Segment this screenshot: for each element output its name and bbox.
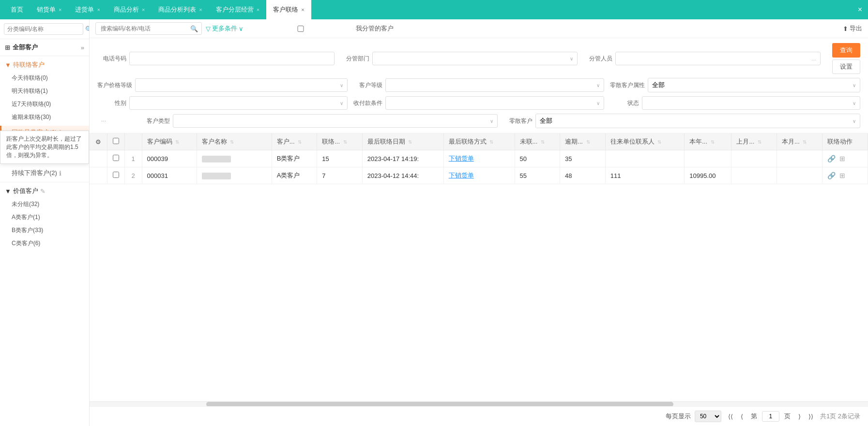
sort-icon-method[interactable]: ⇅	[489, 139, 493, 145]
payment-input[interactable]: ∨	[385, 96, 604, 110]
phone-input[interactable]	[129, 52, 335, 65]
nav-label-sales: 销货单	[37, 5, 56, 14]
my-customers-checkbox-label[interactable]: 我分管的客户	[247, 24, 394, 33]
retail-customer-input[interactable]: 全部 ∨	[535, 114, 860, 128]
filter-field-retail-customer: 零散客户 全部 ∨	[503, 114, 860, 128]
retail-attr-input[interactable]: 全部 ∨	[648, 78, 860, 92]
page-prev-btn[interactable]: ⟨	[738, 412, 746, 421]
nav-item-sales[interactable]: 销货单 ×	[30, 0, 68, 19]
customer-level-label: 客户等级	[353, 81, 382, 89]
search-input[interactable]	[95, 22, 202, 35]
td-last-method-1[interactable]: 下销货单	[443, 150, 515, 167]
nav-close-sales[interactable]: ×	[59, 7, 61, 13]
sidebar-group-waiting-title[interactable]: ▼ 待联络客户	[0, 58, 89, 72]
link-icon-2[interactable]: 🔗	[827, 172, 836, 179]
sidebar-value-group-header[interactable]: ▼ 价值客户 ✎	[0, 184, 89, 198]
nav-label-segmented: 客户分层经营	[216, 5, 254, 14]
sort-icon-last-month[interactable]: ⇅	[758, 139, 761, 145]
dept-input[interactable]: ∨	[372, 52, 578, 65]
customer-type-input[interactable]: ∨	[173, 114, 498, 128]
page-last-btn[interactable]: ⟩⟩	[806, 412, 816, 421]
sidebar-all-customers-header[interactable]: ⊞ 全部客户 »	[0, 39, 89, 56]
sort-icon-date[interactable]: ⇅	[408, 139, 412, 145]
manager-input[interactable]: …	[615, 52, 821, 65]
nav-item-segmented[interactable]: 客户分层经营 ×	[209, 0, 266, 19]
nav-close-segmented[interactable]: ×	[257, 7, 259, 13]
nav-close-contact[interactable]: ×	[301, 7, 304, 13]
status-label: 状态	[610, 99, 639, 107]
page-input[interactable]	[762, 411, 779, 422]
select-all-checkbox[interactable]	[113, 138, 119, 144]
sort-icon-this-month[interactable]: ⇅	[803, 139, 807, 145]
sidebar-item-class-b[interactable]: B类客户(33)	[0, 224, 89, 237]
page-first-btn[interactable]: ⟨⟨	[725, 412, 736, 421]
nav-close-purchase[interactable]: ×	[97, 7, 100, 13]
td-name-1	[197, 150, 272, 167]
sort-icon-not-contacted[interactable]: ⇅	[541, 139, 545, 145]
sidebar-item-overdue[interactable]: 逾期未联络(30)	[0, 111, 89, 124]
nav-item-home[interactable]: 首页	[4, 0, 30, 19]
more-conditions-btn[interactable]: ▽ 更多条件 ∨	[206, 24, 244, 33]
search-icon[interactable]: 🔍	[190, 25, 198, 32]
query-button[interactable]: 查询	[832, 43, 860, 58]
td-this-year-1	[685, 150, 731, 167]
page-next-btn[interactable]: ⟩	[795, 412, 804, 421]
filter-more-dots-btn[interactable]: ···	[101, 118, 106, 124]
nav-close-analysis-list[interactable]: ×	[199, 7, 202, 13]
chevron-down-icon: ∨	[239, 25, 244, 32]
sort-icon-overdue[interactable]: ⇅	[586, 139, 590, 145]
gear-icon[interactable]: ⚙	[95, 138, 101, 146]
grid-action-icon-1[interactable]: ⊞	[839, 155, 845, 162]
sort-icon-unit-contacts[interactable]: ⇅	[657, 139, 661, 145]
nav-close-analysis[interactable]: ×	[142, 7, 145, 13]
my-customers-checkbox[interactable]	[247, 26, 354, 32]
sort-icon-code[interactable]: ⇅	[175, 139, 179, 145]
sort-icon-name[interactable]: ⇅	[230, 139, 234, 145]
sidebar-collapse-icon[interactable]: »	[81, 44, 84, 51]
horizontal-scrollbar[interactable]	[90, 401, 868, 406]
link-icon-1[interactable]: 🔗	[827, 155, 836, 162]
export-btn[interactable]: ⬆ 导出	[843, 24, 862, 33]
customer-name-blurred-2	[202, 173, 231, 179]
td-last-month-1	[731, 150, 777, 167]
td-check-1	[107, 150, 124, 167]
sort-icon-level[interactable]: ⇅	[298, 139, 302, 145]
td-overdue-1: 35	[560, 150, 606, 167]
last-method-link-1[interactable]: 下销货单	[449, 155, 474, 162]
nav-item-contact[interactable]: 客户联络 ×	[266, 0, 311, 19]
nav-item-purchase[interactable]: 进货单 ×	[68, 0, 107, 19]
last-method-link-2[interactable]: 下销货单	[449, 172, 474, 179]
td-last-method-2[interactable]: 下销货单	[443, 167, 515, 184]
sidebar-item-7days[interactable]: 近7天待联络(0)	[0, 98, 89, 111]
customer-level-input[interactable]: ∨	[385, 78, 604, 92]
retail-customer-arrow: ∨	[853, 118, 856, 124]
grid-action-icon-2[interactable]: ⊞	[839, 172, 845, 179]
sidebar-item-class-c[interactable]: C类客户(6)	[0, 237, 89, 250]
gender-input[interactable]: ∨	[129, 96, 348, 110]
nav-item-analysis[interactable]: 商品分析 ×	[107, 0, 152, 19]
td-gear-2	[90, 167, 107, 184]
sidebar-item-class-a[interactable]: A类客户(1)	[0, 211, 89, 224]
settings-button[interactable]: 设置	[832, 59, 860, 74]
status-input[interactable]: ∨	[642, 96, 860, 110]
sidebar-item-today[interactable]: 今天待联络(0)	[0, 72, 89, 85]
nav-item-analysis-list[interactable]: 商品分析列表 ×	[152, 0, 209, 19]
row-checkbox-1[interactable]	[113, 155, 119, 161]
price-level-input[interactable]: ∨	[135, 78, 348, 92]
row-checkbox-2[interactable]	[113, 172, 119, 178]
edit-icon-value[interactable]: ✎	[40, 188, 46, 195]
filter-row-1: 电话号码 分管部门 ∨ 分管人员 … 查询 设置	[97, 43, 860, 74]
sidebar-item-declining[interactable]: 持续下滑客户(2) ℹ	[0, 166, 89, 180]
sort-icon-contact[interactable]: ⇅	[343, 139, 347, 145]
td-num-1: 1	[124, 150, 142, 167]
th-name-label: 客户名称	[202, 138, 227, 145]
sidebar-item-ungrouped[interactable]: 未分组(32)	[0, 198, 89, 211]
sort-icon-this-year[interactable]: ⇅	[711, 139, 715, 145]
sidebar-search-icon[interactable]: 🔍	[85, 26, 90, 33]
window-close-button[interactable]: ×	[858, 5, 862, 14]
page-size-select[interactable]: 50 20 100	[695, 411, 721, 422]
sidebar-item-tomorrow[interactable]: 明天待联络(1)	[0, 85, 89, 98]
td-level-2: A类客户	[272, 167, 317, 184]
sidebar-search-input[interactable]	[4, 23, 83, 35]
info-icon-declining[interactable]: ℹ	[59, 170, 61, 177]
